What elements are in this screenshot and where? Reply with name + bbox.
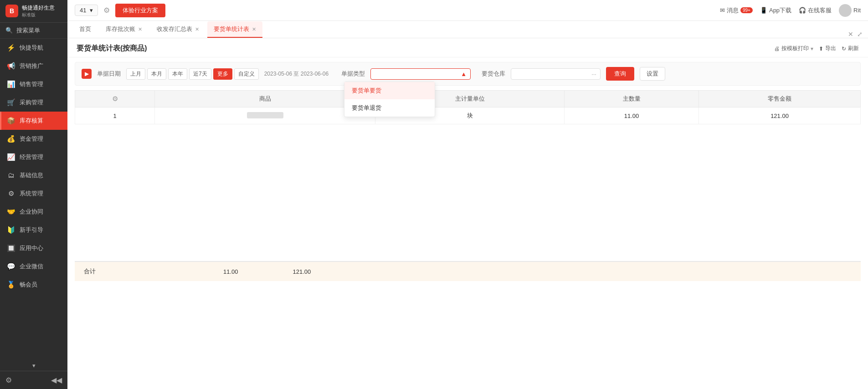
type-input-wrapper[interactable]: ▲	[370, 68, 471, 80]
total-amount: 121.00	[293, 268, 311, 275]
avatar	[839, 4, 852, 17]
sidebar-scroll-down[interactable]: ▾	[0, 360, 67, 371]
total-row: 合计 11.00 121.00	[75, 261, 861, 281]
date-range-display: 2023-05-06 至 2023-06-06	[264, 70, 329, 78]
col-settings-icon[interactable]: ⚙	[112, 95, 118, 102]
date-btn-custom[interactable]: 自定义	[234, 68, 259, 80]
sidebar-item-label: 畅会员	[20, 281, 37, 289]
logo-icon: B	[5, 5, 18, 17]
trial-btn[interactable]: 体验行业方案	[115, 4, 165, 17]
user-avatar-btn[interactable]: Rit	[839, 4, 861, 17]
quicknav-icon: ⚡	[7, 44, 15, 52]
export-btn[interactable]: ⬆ 导出	[819, 45, 836, 52]
warehouse-input[interactable]	[515, 71, 591, 77]
date-btn-more[interactable]: 更多	[213, 68, 232, 80]
page-content: 要货单统计表(按商品) 🖨 按模板打印 ▾ ⬆ 导出 ↻ 刷新	[67, 38, 868, 389]
dropdown-item-order-return[interactable]: 要货单退货	[344, 99, 435, 117]
app-label: App下载	[769, 6, 791, 15]
settings-icon[interactable]: ⚙	[5, 376, 12, 384]
company-selector[interactable]: 41 ▾	[75, 5, 98, 16]
service-label: 在线客服	[808, 6, 832, 15]
tab-order-summary[interactable]: 要货单统计表 ✕	[207, 21, 262, 38]
product-placeholder	[247, 112, 283, 118]
logo-text: 畅捷通好生意 标准版	[22, 5, 55, 18]
sidebar-item-inventory[interactable]: 📦 库存核算	[0, 112, 67, 130]
logo-area: B 畅捷通好生意 标准版	[0, 0, 67, 23]
tab-receive-summary-label: 收发存汇总表	[157, 25, 192, 33]
filter-toggle-btn[interactable]: ▶	[82, 69, 92, 79]
settings-gear-icon[interactable]: ⚙	[103, 6, 110, 15]
sidebar-item-member[interactable]: 🏅 畅会员	[0, 276, 67, 294]
col-settings[interactable]: ⚙	[75, 91, 155, 107]
type-label: 单据类型	[341, 70, 365, 78]
wechat-icon: 💬	[7, 262, 15, 271]
export-label: 导出	[825, 45, 836, 52]
message-label: 消息	[727, 6, 739, 15]
sidebar-item-sales[interactable]: 📊 销售管理	[0, 75, 67, 93]
enterprise-icon: 🤝	[7, 208, 15, 216]
tab-order-summary-label: 要货单统计表	[214, 25, 249, 33]
tab-inventory-batch-close[interactable]: ✕	[138, 26, 142, 32]
warehouse-input-wrapper[interactable]: ···	[511, 68, 601, 80]
sidebar-bottom: ⚙ ◀◀	[0, 371, 67, 389]
message-btn[interactable]: ✉ 消息 99+	[720, 6, 753, 15]
date-btn-last7[interactable]: 近7天	[189, 68, 211, 80]
search-menu[interactable]: 🔍 搜索菜单	[0, 23, 67, 39]
dropdown-item-order-goods[interactable]: 要货单要货	[344, 82, 435, 99]
print-label: 按模板打印	[781, 45, 809, 52]
sidebar-item-wechat[interactable]: 💬 企业微信	[0, 257, 67, 276]
cell-seq: 1	[75, 107, 155, 124]
tab-inventory-batch-label: 库存批次账	[106, 25, 135, 33]
finance-icon: 💰	[7, 135, 15, 143]
total-qty: 11.00	[223, 268, 238, 275]
sidebar-item-label: 经营管理	[20, 153, 43, 161]
tab-receive-summary-close[interactable]: ✕	[195, 26, 199, 32]
sidebar-item-appstore[interactable]: 🔲 应用中心	[0, 239, 67, 257]
cell-amount: 121.00	[699, 107, 861, 124]
sidebar-item-label: 基础信息	[20, 171, 43, 179]
data-table: ⚙ 商品 主计量单位 主数量 零售金额 1	[75, 90, 861, 124]
system-icon: ⚙	[7, 189, 15, 198]
sidebar-item-label: 资金管理	[20, 135, 43, 143]
service-icon: 🎧	[799, 7, 806, 14]
tab-inventory-batch[interactable]: 库存批次账 ✕	[99, 21, 149, 38]
filter-settings-btn[interactable]: 设置	[640, 67, 665, 81]
query-btn[interactable]: 查询	[606, 67, 634, 81]
online-service-btn[interactable]: 🎧 在线客服	[799, 6, 832, 15]
selector-chevron-icon: ▾	[90, 7, 93, 14]
print-btn[interactable]: 🖨 按模板打印 ▾	[774, 45, 813, 52]
sidebar-item-guide[interactable]: 🔰 新手引导	[0, 221, 67, 239]
message-icon: ✉	[720, 7, 725, 14]
tab-home[interactable]: 首页	[73, 21, 98, 38]
sidebar: B 畅捷通好生意 标准版 🔍 搜索菜单 ⚡ 快捷导航 📢 营销推广 📊 销售管理…	[0, 0, 67, 389]
date-btn-this-month[interactable]: 本月	[147, 68, 166, 80]
sidebar-item-label: 营销推广	[20, 62, 43, 70]
tabs-close-all-icon[interactable]: ✕	[848, 31, 853, 38]
type-input[interactable]	[375, 71, 461, 77]
operation-icon: 📈	[7, 153, 15, 161]
guide-icon: 🔰	[7, 226, 15, 234]
warehouse-label: 要货仓库	[482, 70, 505, 78]
page-actions: 🖨 按模板打印 ▾ ⬆ 导出 ↻ 刷新	[774, 45, 859, 52]
warehouse-more-icon[interactable]: ···	[591, 71, 596, 77]
tabs-expand-icon[interactable]: ⤢	[857, 31, 863, 38]
sidebar-item-marketing[interactable]: 📢 营销推广	[0, 57, 67, 75]
app-download-btn[interactable]: 📱 App下载	[760, 6, 791, 15]
refresh-btn[interactable]: ↻ 刷新	[842, 45, 859, 52]
sidebar-item-purchase[interactable]: 🛒 采购管理	[0, 93, 67, 112]
page-inner: 要货单统计表(按商品) 🖨 按模板打印 ▾ ⬆ 导出 ↻ 刷新	[67, 38, 868, 389]
date-label: 单据日期	[97, 70, 121, 78]
tab-receive-summary[interactable]: 收发存汇总表 ✕	[150, 21, 205, 38]
date-btn-last-month[interactable]: 上月	[126, 68, 145, 80]
collapse-icon[interactable]: ◀◀	[51, 376, 62, 384]
sidebar-item-quicknav[interactable]: ⚡ 快捷导航	[0, 39, 67, 57]
tab-order-summary-close[interactable]: ✕	[252, 26, 256, 32]
sidebar-item-enterprise[interactable]: 🤝 企业协同	[0, 203, 67, 221]
date-btn-this-year[interactable]: 本年	[168, 68, 187, 80]
sidebar-item-label: 库存核算	[20, 117, 43, 125]
sidebar-item-operation[interactable]: 📈 经营管理	[0, 148, 67, 166]
sidebar-item-basic[interactable]: 🗂 基础信息	[0, 166, 67, 184]
sidebar-item-system[interactable]: ⚙ 系统管理	[0, 184, 67, 203]
type-chevron-up-icon[interactable]: ▲	[461, 71, 467, 77]
sidebar-item-finance[interactable]: 💰 资金管理	[0, 130, 67, 148]
